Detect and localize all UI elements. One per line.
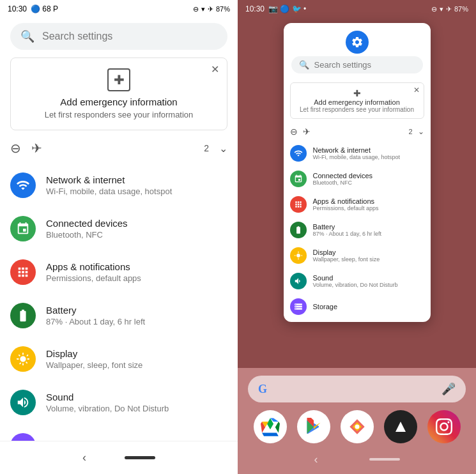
instagram-icon[interactable] [427, 410, 461, 443]
right-status-bar: 10:30 📷 🔵 🐦 • ⊖ ▾ ✈ 87% [238, 0, 476, 18]
left-battery: 87% [216, 5, 230, 13]
close-icon[interactable]: ✕ [211, 63, 219, 75]
connected-icon [10, 216, 36, 241]
floating-connected-subtitle: Bluetooth, NFC [313, 180, 373, 186]
connected-text: Connected devices Bluetooth, NFC [46, 218, 128, 240]
emergency-card[interactable]: ✕ ✚ Add emergency information Let first … [10, 57, 227, 130]
right-battery: 87% [454, 5, 468, 13]
floating-apps-text: Apps & notifications Permissions, defaul… [313, 197, 379, 211]
google-logo: G [258, 383, 267, 396]
floating-battery-text: Battery 87% · About 1 day, 6 hr left [313, 223, 381, 237]
emergency-title: Add emergency information [60, 96, 177, 107]
mic-icon[interactable]: 🎤 [441, 382, 456, 396]
floating-settings-list: Network & internet Wi-Fi, mobile, data u… [284, 141, 431, 322]
floating-expand-icon[interactable]: ⌄ [418, 127, 424, 136]
floating-emergency-title: Add emergency information [314, 98, 400, 106]
settings-item-sound[interactable]: Sound Volume, vibration, Do Not Disturb [0, 381, 238, 424]
display-title: Display [46, 348, 142, 359]
emergency-icon: ✚ [107, 68, 130, 91]
floating-network-subtitle: Wi-Fi, mobile, data usage, hotspot [313, 154, 401, 160]
emergency-subtitle: Let first responders see your informatio… [45, 110, 194, 119]
right-plane-icon: ✈ [446, 5, 452, 13]
home-pill[interactable] [125, 456, 155, 459]
floating-toggle-count: 2 [408, 128, 412, 135]
floating-item-storage[interactable]: Storage [284, 294, 431, 319]
settings-item-connected[interactable]: Connected devices Bluetooth, NFC [0, 207, 238, 250]
display-text: Display Wallpaper, sleep, font size [46, 348, 142, 370]
floating-battery-icon [290, 222, 307, 238]
right-minus-icon: ⊖ [431, 5, 437, 13]
right-bottom-nav: ‹ [238, 450, 476, 469]
left-search-container: 🔍 Search settings [0, 18, 238, 55]
floating-item-network[interactable]: Network & internet Wi-Fi, mobile, data u… [284, 141, 431, 166]
floating-apps-icon [290, 196, 307, 213]
left-status-left: 10:30 🔵 68 P [8, 4, 58, 13]
pinwheel-icon[interactable] [341, 410, 374, 443]
floating-settings-card: 🔍 Search settings ✕ ✚ Add emergency info… [284, 23, 431, 322]
settings-item-network[interactable]: Network & internet Wi-Fi, mobile, data u… [0, 164, 238, 207]
floating-close-icon[interactable]: ✕ [413, 86, 420, 95]
battery-text: Battery 87% · About 1 day, 6 hr left [46, 305, 145, 326]
battery-subtitle: 87% · About 1 day, 6 hr left [46, 317, 145, 326]
floating-item-sound[interactable]: Sound Volume, vibration, Do Not Disturb [284, 268, 431, 294]
google-drive-icon[interactable] [254, 410, 287, 443]
expand-icon[interactable]: ⌄ [219, 142, 227, 155]
quick-toggles: ⊖ ✈ 2 ⌄ [0, 133, 238, 164]
floating-connected-text: Connected devices Bluetooth, NFC [313, 172, 373, 186]
left-status-bar: 10:30 🔵 68 P ⊖ ▾ ✈ 87% [0, 0, 238, 18]
back-button[interactable]: ‹ [82, 451, 86, 464]
google-search-bar[interactable]: G 🎤 [248, 376, 466, 402]
google-play-icon[interactable] [297, 410, 330, 443]
floating-emergency-card[interactable]: ✕ ✚ Add emergency information Let first … [290, 82, 424, 119]
search-icon: 🔍 [20, 29, 35, 43]
floating-connected-icon [290, 171, 307, 187]
left-search-bar[interactable]: 🔍 Search settings [10, 23, 227, 50]
floating-item-apps[interactable]: Apps & notifications Permissions, defaul… [284, 192, 431, 217]
notchless-icon[interactable] [384, 410, 417, 443]
floating-search-bar[interactable]: 🔍 Search settings [291, 56, 423, 73]
network-title: Network & internet [46, 174, 172, 185]
settings-item-apps[interactable]: Apps & notifications Permissions, defaul… [0, 250, 238, 294]
floating-display-subtitle: Wallpaper, sleep, font size [313, 256, 380, 263]
floating-sound-text: Sound Volume, vibration, Do Not Disturb [313, 274, 398, 288]
network-subtitle: Wi-Fi, mobile, data usage, hotspot [46, 187, 172, 196]
left-status-icons: 🔵 68 P [31, 4, 58, 13]
settings-item-battery[interactable]: Battery 87% · About 1 day, 6 hr left [0, 294, 238, 337]
right-back-button[interactable]: ‹ [314, 453, 318, 466]
airplane-toggle-icon[interactable]: ✈ [31, 141, 42, 156]
floating-dnd-icon[interactable]: ⊖ [290, 126, 298, 137]
floating-item-battery[interactable]: Battery 87% · About 1 day, 6 hr left [284, 217, 431, 243]
apps-subtitle: Permissions, default apps [46, 273, 141, 283]
floating-display-title: Display [313, 248, 380, 256]
apps-text: Apps & notifications Permissions, defaul… [46, 261, 141, 283]
left-minus-icon: ⊖ [193, 5, 199, 13]
settings-gear-icon [346, 31, 369, 54]
network-text: Network & internet Wi-Fi, mobile, data u… [46, 174, 172, 196]
dnd-toggle-icon[interactable]: ⊖ [10, 141, 21, 156]
sound-subtitle: Volume, vibration, Do Not Disturb [46, 404, 169, 413]
floating-item-display[interactable]: Display Wallpaper, sleep, font size [284, 243, 431, 268]
floating-battery-title: Battery [313, 223, 381, 231]
settings-item-storage[interactable]: Storage [0, 424, 238, 441]
search-input[interactable]: Search settings [42, 31, 112, 42]
settings-item-display[interactable]: Display Wallpaper, sleep, font size [0, 337, 238, 381]
right-bottom-area: G 🎤 [238, 368, 476, 474]
apps-title: Apps & notifications [46, 261, 141, 272]
network-icon [10, 172, 36, 198]
floating-emergency-subtitle: Let first responders see your informatio… [300, 106, 414, 113]
left-status-right: ⊖ ▾ ✈ 87% [193, 5, 230, 13]
floating-plane-icon[interactable]: ✈ [303, 126, 311, 137]
app-icons-row [238, 410, 476, 443]
left-bottom-nav: ‹ [0, 441, 238, 474]
right-wifi-icon: ▾ [440, 5, 443, 13]
floating-item-connected[interactable]: Connected devices Bluetooth, NFC [284, 166, 431, 192]
floating-search-input[interactable]: Search settings [314, 60, 372, 70]
battery-title: Battery [46, 305, 145, 316]
floating-display-text: Display Wallpaper, sleep, font size [313, 248, 380, 263]
right-home-pill[interactable] [369, 458, 400, 461]
sound-icon [10, 390, 36, 415]
settings-list: Network & internet Wi-Fi, mobile, data u… [0, 164, 238, 441]
right-status-left: 10:30 📷 🔵 🐦 • [245, 4, 306, 13]
floating-apps-title: Apps & notifications [313, 197, 379, 205]
right-time: 10:30 [245, 4, 265, 13]
